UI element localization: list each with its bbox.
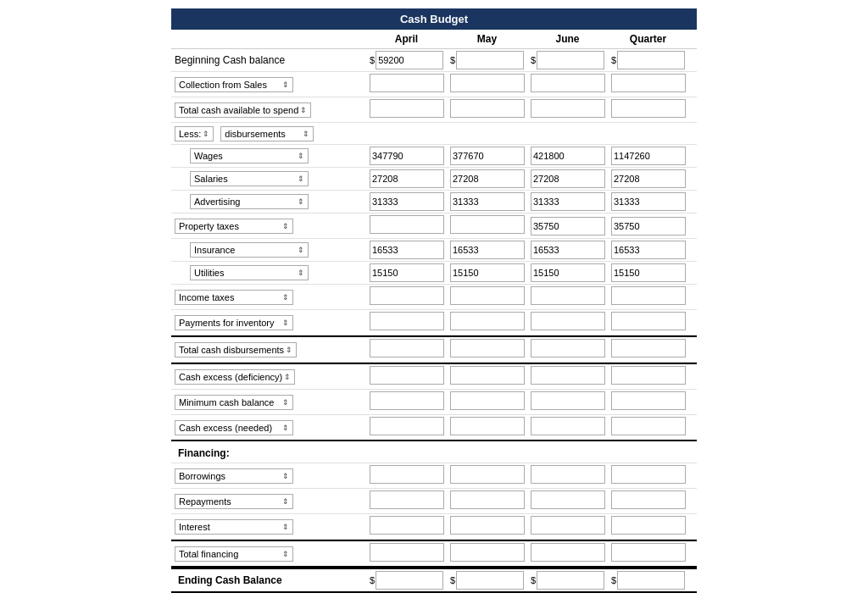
- cash-excess-may-input[interactable]: [450, 366, 525, 385]
- advertising-june-input[interactable]: 31333: [531, 192, 605, 211]
- min-cash-may-input[interactable]: [450, 391, 525, 410]
- cash-excess-june-input[interactable]: [531, 366, 605, 385]
- repayments-quarter-input[interactable]: [611, 490, 686, 509]
- payments-inventory-select[interactable]: Payments for inventory ⇕: [175, 315, 293, 330]
- repayments-june-input[interactable]: [531, 490, 605, 509]
- salaries-april-input[interactable]: 27208: [370, 169, 444, 188]
- wages-april-input[interactable]: 347790: [370, 147, 444, 165]
- cash-excess-select[interactable]: Cash excess (deficiency) ⇕: [175, 369, 295, 385]
- beginning-april-input[interactable]: 59200: [376, 51, 443, 69]
- disbursements-select[interactable]: disbursements ⇕: [220, 126, 314, 141]
- min-cash-quarter-input[interactable]: [611, 391, 686, 410]
- property-may-input[interactable]: [450, 215, 525, 234]
- ending-april-input[interactable]: [376, 571, 443, 590]
- total-fin-may-input[interactable]: [450, 543, 525, 562]
- property-april-input[interactable]: [370, 215, 444, 234]
- interest-may-input[interactable]: [450, 516, 525, 535]
- cash-needed-select[interactable]: Cash excess (needed) ⇕: [175, 420, 293, 435]
- wages-quarter-input[interactable]: 1147260: [611, 147, 686, 165]
- payments-april-input[interactable]: [370, 312, 444, 330]
- cash-needed-april-input[interactable]: [370, 417, 444, 435]
- insurance-april-input[interactable]: 16533: [370, 241, 444, 259]
- beginning-quarter-input[interactable]: [617, 51, 685, 69]
- interest-june-input[interactable]: [531, 516, 605, 535]
- collection-may-input[interactable]: [450, 74, 525, 92]
- repayments-april-input[interactable]: [370, 490, 444, 509]
- total-may-input[interactable]: [450, 99, 525, 118]
- total-cash-available-select[interactable]: Total cash available to spend ⇕: [175, 103, 311, 118]
- advertising-april-input[interactable]: 31333: [370, 192, 444, 211]
- total-disb-quarter-input[interactable]: [611, 339, 686, 357]
- borrowings-april-input[interactable]: [370, 465, 444, 484]
- collection-april-input[interactable]: [370, 74, 444, 92]
- salaries-june-input[interactable]: 27208: [531, 169, 605, 188]
- cash-needed-quarter-input[interactable]: [611, 417, 686, 435]
- advertising-may-input[interactable]: 31333: [450, 192, 525, 211]
- cash-excess-quarter-input[interactable]: [611, 366, 686, 385]
- income-taxes-select[interactable]: Income taxes ⇕: [175, 290, 293, 305]
- total-disb-june-input[interactable]: [531, 339, 605, 357]
- income-june-input[interactable]: [531, 286, 605, 305]
- repayments-select[interactable]: Repayments ⇕: [175, 494, 293, 509]
- total-financing-select[interactable]: Total financing ⇕: [175, 546, 293, 562]
- ending-june-input[interactable]: [537, 571, 604, 590]
- cash-needed-may-input[interactable]: [450, 417, 525, 435]
- wages-may-input[interactable]: 377670: [450, 147, 525, 165]
- total-april-input[interactable]: [370, 99, 444, 118]
- less-select[interactable]: Less: ⇕: [175, 126, 214, 141]
- utilities-june-input[interactable]: 15150: [531, 263, 605, 282]
- collection-quarter-input[interactable]: [611, 74, 686, 92]
- collection-sales-select[interactable]: Collection from Sales ⇕: [175, 77, 293, 92]
- total-disb-april-input[interactable]: [370, 339, 444, 357]
- advertising-select[interactable]: Advertising ⇕: [190, 194, 309, 209]
- total-fin-quarter-input[interactable]: [611, 543, 686, 562]
- salaries-may-input[interactable]: 27208: [450, 169, 525, 188]
- property-june-input[interactable]: 35750: [531, 217, 605, 236]
- utilities-quarter-input[interactable]: 15150: [611, 263, 686, 282]
- wages-select[interactable]: Wages ⇕: [190, 148, 309, 163]
- beginning-may-input[interactable]: [456, 51, 524, 69]
- borrowings-june-input[interactable]: [531, 465, 605, 484]
- ending-quarter-input[interactable]: [617, 571, 685, 590]
- min-cash-june-input[interactable]: [531, 391, 605, 410]
- property-taxes-select[interactable]: Property taxes ⇕: [175, 219, 293, 234]
- salaries-quarter-input[interactable]: 27208: [611, 169, 686, 188]
- interest-quarter-input[interactable]: [611, 516, 686, 535]
- income-may-input[interactable]: [450, 286, 525, 305]
- borrowings-select[interactable]: Borrowings ⇕: [175, 468, 293, 484]
- insurance-june-input[interactable]: 16533: [531, 241, 605, 259]
- total-june-input[interactable]: [531, 99, 605, 118]
- interest-select[interactable]: Interest ⇕: [175, 519, 293, 535]
- payments-may-input[interactable]: [450, 312, 525, 330]
- borrowings-quarter-input[interactable]: [611, 465, 686, 484]
- minimum-cash-select[interactable]: Minimum cash balance ⇕: [175, 395, 293, 410]
- repayments-may-input[interactable]: [450, 490, 525, 509]
- insurance-may-input[interactable]: 16533: [450, 241, 525, 259]
- salaries-select[interactable]: Salaries ⇕: [190, 171, 309, 186]
- ending-may-input[interactable]: [456, 571, 524, 590]
- total-disbursements-select[interactable]: Total cash disbursements ⇕: [175, 342, 297, 357]
- income-april-input[interactable]: [370, 286, 444, 305]
- advertising-quarter-input[interactable]: 31333: [611, 192, 686, 211]
- payments-june-input[interactable]: [531, 312, 605, 330]
- utilities-april-input[interactable]: 15150: [370, 263, 444, 282]
- utilities-may-input[interactable]: 15150: [450, 263, 525, 282]
- utilities-select[interactable]: Utilities ⇕: [190, 265, 309, 280]
- total-quarter-input[interactable]: [611, 99, 686, 118]
- collection-june-input[interactable]: [531, 74, 605, 92]
- min-cash-april-input[interactable]: [370, 391, 444, 410]
- insurance-quarter-input[interactable]: 16533: [611, 241, 686, 259]
- borrowings-may-input[interactable]: [450, 465, 525, 484]
- total-fin-june-input[interactable]: [531, 543, 605, 562]
- cash-excess-april-input[interactable]: [370, 366, 444, 385]
- income-quarter-input[interactable]: [611, 286, 686, 305]
- insurance-select[interactable]: Insurance ⇕: [190, 242, 309, 258]
- wages-june-input[interactable]: 421800: [531, 147, 605, 165]
- cash-needed-june-input[interactable]: [531, 417, 605, 435]
- total-fin-april-input[interactable]: [370, 543, 444, 562]
- interest-april-input[interactable]: [370, 516, 444, 535]
- beginning-june-input[interactable]: [537, 51, 604, 69]
- total-disb-may-input[interactable]: [450, 339, 525, 357]
- payments-quarter-input[interactable]: [611, 312, 686, 330]
- property-quarter-input[interactable]: 35750: [611, 217, 686, 236]
